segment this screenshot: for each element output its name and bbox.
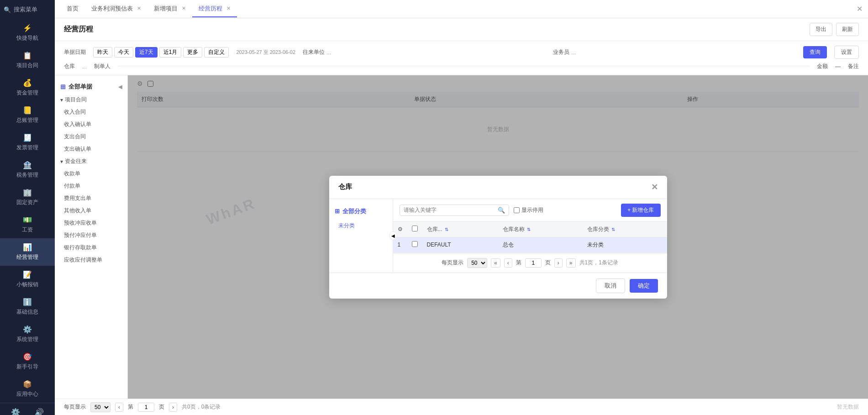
tab-profit-estimate[interactable]: 业务利润预估表 ✕ <box>85 1 147 17</box>
warehouse-dots[interactable]: ... <box>82 63 87 70</box>
refresh-button[interactable]: 刷新 <box>836 23 859 36</box>
sidebar-search[interactable]: 🔍 搜索菜单 <box>0 0 55 19</box>
col-warehouse-name: 仓库名称 ⇅ <box>498 222 583 237</box>
page-input[interactable] <box>525 258 542 268</box>
sidebar-item-label: 快捷导航 <box>16 34 38 42</box>
modal-body: ⊞ 全部分类 未分类 ◀ <box>329 199 667 273</box>
counterpart-dots[interactable]: ... <box>326 49 331 56</box>
bottom-page-total: 共0页，0条记录 <box>182 403 221 411</box>
row-code: DEFAULT <box>422 237 498 252</box>
page-next-button[interactable]: › <box>554 258 563 268</box>
sidebar-item-operations[interactable]: 📊 经营管理 <box>0 238 55 266</box>
modal-title: 仓库 <box>338 183 352 191</box>
sidebar-item-basic-info[interactable]: ℹ️ 基础信息 <box>0 293 55 320</box>
confirm-button[interactable]: 确定 <box>630 279 658 293</box>
modal-search-input[interactable] <box>404 207 496 213</box>
add-warehouse-button[interactable]: + 新增仓库 <box>621 204 660 217</box>
tabs-close-all[interactable]: ✕ <box>857 5 863 13</box>
date-btn-7days[interactable]: 近7天 <box>135 47 158 58</box>
left-menu-item-bank[interactable]: 银行存取款单 <box>55 242 127 254</box>
funds-icon: 💰 <box>23 79 32 87</box>
left-menu-item-expense-confirm[interactable]: 支出确认单 <box>55 143 127 155</box>
sys-manage-icon: ⚙️ <box>23 325 32 334</box>
date-btn-custom[interactable]: 自定义 <box>204 47 229 58</box>
left-menu-header[interactable]: ⊞ 全部单据 ◀ <box>55 80 127 94</box>
page-first-button[interactable]: « <box>491 258 500 268</box>
left-menu-item-pre-pay[interactable]: 预付冲应付单 <box>55 229 127 242</box>
gear-icon-col[interactable]: ⚙ <box>398 226 403 232</box>
left-panel-collapse-button[interactable]: ◀ <box>389 231 397 240</box>
table-select-all[interactable] <box>412 226 418 231</box>
settings-icon[interactable]: ⚙️ <box>11 408 20 415</box>
salesperson-label: 业务员 <box>553 48 569 56</box>
volume-icon[interactable]: 🔊 <box>35 408 44 415</box>
sort-icon-code[interactable]: ⇅ <box>445 227 448 232</box>
salesperson-dots[interactable]: ... <box>571 49 576 56</box>
row-seq: 1 <box>393 237 407 252</box>
tab-new-project-close-icon[interactable]: ✕ <box>182 5 186 11</box>
left-menu-item-other-income[interactable]: 其他收入单 <box>55 205 127 217</box>
date-btn-today[interactable]: 今天 <box>114 47 133 58</box>
sidebar-item-shortcuts[interactable]: ⚡ 快捷导航 <box>0 19 55 47</box>
page-prev-button[interactable]: ‹ <box>504 258 512 268</box>
modal-close-button[interactable]: ✕ <box>651 182 658 192</box>
left-menu-item-income-confirm[interactable]: 收入确认单 <box>55 118 127 131</box>
table-row[interactable]: 1 DEFAULT 总仓 未分类 <box>393 237 667 252</box>
date-btn-more[interactable]: 更多 <box>183 47 202 58</box>
tab-home[interactable]: 首页 <box>60 1 85 17</box>
sidebar-item-invoice[interactable]: 🧾 发票管理 <box>0 129 55 156</box>
tab-new-project[interactable]: 新增项目 ✕ <box>147 1 192 17</box>
tab-ops-history-label: 经营历程 <box>199 5 222 13</box>
modal-left-item-uncat[interactable]: 未分类 <box>329 219 393 232</box>
tab-operations-history[interactable]: 经营历程 ✕ <box>192 1 237 17</box>
bottom-page-input[interactable] <box>138 403 154 412</box>
setting-button[interactable]: 设置 <box>834 46 859 59</box>
sort-icon-name[interactable]: ⇅ <box>527 227 531 232</box>
counterpart-label: 往来单位 <box>303 48 325 56</box>
sidebar-item-ledger[interactable]: 📒 总账管理 <box>0 101 55 129</box>
left-menu-item-income-contract[interactable]: 收入合同 <box>55 106 127 118</box>
tab-ops-history-close-icon[interactable]: ✕ <box>226 5 231 11</box>
content-area: ⊞ 全部单据 ◀ ▾ 项目合同 收入合同 收入确认单 支出合同 支出确认单 ▾ … <box>55 75 868 399</box>
sidebar-item-new-guide[interactable]: 🎯 新手引导 <box>0 348 55 375</box>
sidebar-item-funds[interactable]: 💰 资金管理 <box>0 74 55 101</box>
left-menu-item-expense-contract[interactable]: 支出合同 <box>55 131 127 143</box>
left-menu-item-payment[interactable]: 付款单 <box>55 180 127 192</box>
statusbar: 每页显示 50 ‹ 第 页 › 共0页，0条记录 暂无数据 <box>55 399 868 415</box>
bottom-page-size-select[interactable]: 50 <box>90 402 110 412</box>
page-size-select[interactable]: 50 <box>467 258 487 268</box>
sidebar-item-label: 系统管理 <box>16 336 38 343</box>
cancel-button[interactable]: 取消 <box>596 278 625 293</box>
left-menu-group-funds[interactable]: ▾ 资金往来 <box>55 155 127 168</box>
show-disabled-checkbox[interactable] <box>514 207 520 213</box>
left-menu-item-receipt[interactable]: 收款单 <box>55 168 127 180</box>
left-menu-item-pre-receive[interactable]: 预收冲应收单 <box>55 217 127 229</box>
sidebar-item-xiao[interactable]: 📝 小畅报销 <box>0 266 55 293</box>
sidebar-item-sys-manage[interactable]: ⚙️ 系统管理 <box>0 320 55 348</box>
date-btn-yesterday[interactable]: 昨天 <box>93 47 112 58</box>
left-menu-group-project[interactable]: ▾ 项目合同 <box>55 94 127 106</box>
main-area: 首页 业务利润预估表 ✕ 新增项目 ✕ 经营历程 ✕ ✕ 经营历程 导出 刷新 <box>55 0 868 415</box>
left-menu-item-adjust[interactable]: 应收应付调整单 <box>55 254 127 266</box>
export-button[interactable]: 导出 <box>810 23 832 36</box>
sidebar-item-fixed-assets[interactable]: 🏢 固定资产 <box>0 184 55 211</box>
basic-info-icon: ℹ️ <box>23 298 32 306</box>
date-btn-1month[interactable]: 近1月 <box>159 47 182 58</box>
ledger-icon: 📒 <box>23 106 32 115</box>
modal-left-header[interactable]: ⊞ 全部分类 <box>329 204 393 219</box>
sidebar-item-tax[interactable]: 🏦 税务管理 <box>0 156 55 184</box>
bottom-next-button[interactable]: › <box>169 403 177 412</box>
left-menu-collapse-icon[interactable]: ◀ <box>118 84 122 90</box>
sidebar-item-project-contract[interactable]: 📋 项目合同 <box>0 47 55 74</box>
sort-icon-cat[interactable]: ⇅ <box>611 227 615 232</box>
sidebar-item-app-center[interactable]: 📦 应用中心 <box>0 375 55 403</box>
fixed-assets-icon: 🏢 <box>23 188 32 197</box>
bottom-prev-button[interactable]: ‹ <box>115 403 123 412</box>
row-checkbox[interactable] <box>412 241 418 247</box>
modal-left-panel: ⊞ 全部分类 未分类 ◀ <box>329 199 393 273</box>
sidebar-item-salary[interactable]: 💵 工资 <box>0 211 55 238</box>
page-last-button[interactable]: » <box>566 258 576 268</box>
query-button[interactable]: 查询 <box>803 46 827 58</box>
left-menu-item-expense-out[interactable]: 费用支出单 <box>55 192 127 205</box>
tab-profit-close-icon[interactable]: ✕ <box>137 5 141 11</box>
